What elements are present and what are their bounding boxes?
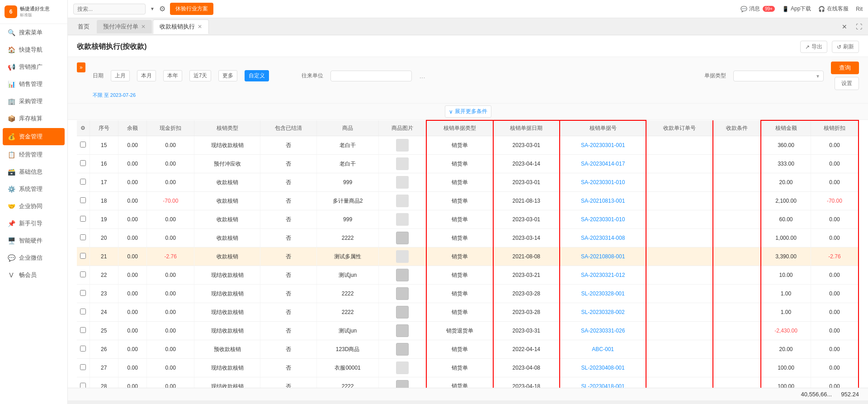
- search-input[interactable]: [73, 4, 146, 14]
- bill-doc-no-link[interactable]: SL-20230328-002: [581, 309, 625, 315]
- td-goods-img: [378, 229, 426, 247]
- sidebar-item-sales[interactable]: 📊 销售管理: [0, 76, 67, 93]
- date-7days[interactable]: 近7天: [189, 70, 212, 81]
- bill-doc-no-link[interactable]: ABC-001: [592, 346, 614, 352]
- td-checkbox[interactable]: [77, 155, 90, 173]
- sidebar-item-management[interactable]: 📋 经营管理: [0, 146, 67, 163]
- td-checkbox[interactable]: [77, 285, 90, 303]
- filter-toggle-button[interactable]: »: [77, 62, 85, 72]
- td-checkbox[interactable]: [77, 192, 90, 210]
- date-more[interactable]: 更多: [218, 70, 237, 81]
- date-this-month[interactable]: 本月: [137, 70, 156, 81]
- table-row: 25 0.00 0.00 现结收款核销 否 测试jun 销货退货单 2023-0…: [77, 322, 859, 340]
- td-checkbox[interactable]: [77, 322, 90, 340]
- th-settings[interactable]: ⚙: [77, 120, 90, 136]
- bill-doc-no-link[interactable]: SA-20230301-010: [581, 216, 625, 223]
- sidebar-item-marketing[interactable]: 📢 营销推广: [0, 58, 67, 76]
- tab-prepay-close[interactable]: ✕: [141, 24, 146, 30]
- sidebar-item-search[interactable]: 🔍 搜索菜单: [0, 24, 67, 41]
- date-this-year[interactable]: 本年: [163, 70, 182, 81]
- close-tab-button[interactable]: ✕: [839, 21, 850, 32]
- goods-image: [396, 195, 409, 207]
- row-checkbox[interactable]: [80, 234, 86, 240]
- td-bill-doc-date: 2021-08-08: [493, 247, 560, 266]
- td-goods-img: [378, 285, 426, 303]
- row-checkbox[interactable]: [80, 216, 86, 222]
- notification-item[interactable]: 💬 消息 99+: [741, 5, 775, 13]
- row-checkbox[interactable]: [80, 309, 86, 314]
- row-checkbox[interactable]: [80, 327, 86, 333]
- tab-prepay[interactable]: 预付冲应付单 ✕: [97, 20, 152, 33]
- sidebar-item-inventory[interactable]: 📦 库存核算: [0, 110, 67, 127]
- sidebar-item-hardware[interactable]: 🖥️ 智能硬件: [0, 232, 67, 249]
- app-download-item[interactable]: 📱 App下载: [782, 5, 811, 13]
- td-checkbox[interactable]: [77, 173, 90, 192]
- expand-tab-button[interactable]: ⛶: [854, 21, 864, 32]
- td-checkbox[interactable]: [77, 229, 90, 247]
- bill-doc-no-link[interactable]: SA-20230301-010: [581, 179, 625, 185]
- industry-solution-button[interactable]: 休验行业方案: [170, 3, 213, 15]
- row-checkbox[interactable]: [80, 142, 86, 147]
- refresh-button[interactable]: ↺ 刷新: [832, 41, 859, 53]
- td-checkbox[interactable]: [77, 136, 90, 155]
- row-checkbox[interactable]: [80, 197, 86, 203]
- tab-verify-close[interactable]: ✕: [198, 24, 202, 30]
- bill-doc-no-link[interactable]: SL-20230408-001: [581, 365, 625, 371]
- row-checkbox[interactable]: [80, 160, 86, 166]
- dots-icon[interactable]: ...: [419, 72, 425, 80]
- td-checkbox[interactable]: [77, 377, 90, 388]
- row-checkbox[interactable]: [80, 253, 86, 259]
- bill-doc-no-link[interactable]: SA-20230314-008: [581, 235, 625, 241]
- sidebar-item-finance[interactable]: 💰 资金管理: [3, 128, 65, 145]
- td-checkbox[interactable]: [77, 266, 90, 285]
- td-cash-discount: 0.00: [147, 136, 194, 155]
- td-checkbox[interactable]: [77, 210, 90, 229]
- td-checkbox[interactable]: [77, 359, 90, 377]
- export-button[interactable]: ↗ 导出: [800, 41, 827, 53]
- bill-doc-no-link[interactable]: SL-20230418-001: [581, 383, 625, 388]
- td-num: 27: [90, 359, 118, 377]
- from-unit-input[interactable]: [330, 71, 412, 81]
- bill-doc-no-link[interactable]: SL-20230328-001: [581, 290, 625, 297]
- dropdown-icon[interactable]: ▼: [150, 6, 155, 11]
- bill-doc-no-link[interactable]: SA-20230331-026: [581, 328, 625, 334]
- sidebar-item-member[interactable]: V 畅会员: [0, 266, 67, 284]
- row-checkbox[interactable]: [80, 290, 86, 296]
- sidebar-item-quicknav[interactable]: 🏠 快捷导航: [0, 41, 67, 58]
- sidebar-item-enterprise[interactable]: 🤝 企业协同: [0, 198, 67, 215]
- gear-icon[interactable]: ⚙: [159, 5, 165, 13]
- horizontal-scrollbar[interactable]: [68, 400, 868, 404]
- sidebar-item-guide[interactable]: 📌 新手引导: [0, 215, 67, 232]
- row-checkbox[interactable]: [80, 364, 86, 370]
- date-custom[interactable]: 自定义: [245, 70, 269, 81]
- td-include-settled: 否: [260, 136, 316, 155]
- bill-doc-no-link[interactable]: SA-20230321-012: [581, 272, 625, 278]
- td-checkbox[interactable]: [77, 247, 90, 266]
- bill-doc-no-link[interactable]: SA-20210813-001: [581, 198, 625, 204]
- bill-doc-no-link[interactable]: SA-20230414-017: [581, 161, 625, 167]
- online-service-item[interactable]: 🎧 在线客服: [818, 5, 849, 13]
- sidebar-item-purchase[interactable]: 🏢 采购管理: [0, 93, 67, 110]
- sidebar-item-basic[interactable]: 🗃️ 基础信息: [0, 163, 67, 181]
- table-wrap[interactable]: ⚙ 序号 余额 现金折扣 核销类型 包含已结清 商品 商品图片 核销单据类型 核…: [68, 120, 868, 388]
- settings-button[interactable]: 设置: [835, 77, 859, 90]
- td-include-settled: 否: [260, 303, 316, 322]
- bill-doc-no-link[interactable]: SA-20210808-001: [581, 253, 625, 260]
- bill-type-select[interactable]: [733, 71, 824, 81]
- td-include-settled: 否: [260, 285, 316, 303]
- bill-doc-no-link[interactable]: SA-20230301-001: [581, 142, 625, 148]
- row-checkbox[interactable]: [80, 179, 86, 185]
- expand-more-button[interactable]: ∨ 展开更多条件: [445, 105, 491, 118]
- user-item[interactable]: Rit: [856, 6, 863, 12]
- date-last-month[interactable]: 上月: [111, 70, 130, 81]
- query-button[interactable]: 查询: [831, 62, 859, 74]
- row-checkbox[interactable]: [80, 383, 86, 388]
- td-checkbox[interactable]: [77, 303, 90, 322]
- row-checkbox[interactable]: [80, 271, 86, 277]
- tab-verify[interactable]: 收款核销执行 ✕: [153, 19, 209, 34]
- row-checkbox[interactable]: [80, 346, 86, 352]
- td-checkbox[interactable]: [77, 340, 90, 359]
- tab-home[interactable]: 首页: [71, 20, 96, 33]
- sidebar-item-system[interactable]: ⚙️ 系统管理: [0, 181, 67, 198]
- sidebar-item-wechat[interactable]: 💬 企业微信: [0, 249, 67, 266]
